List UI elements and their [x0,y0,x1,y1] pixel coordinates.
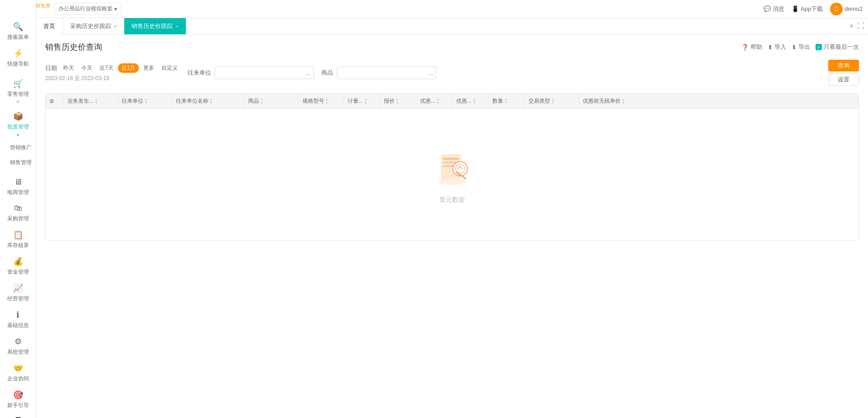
col-quote[interactable]: 报价 ▲▼ [380,94,416,109]
inventory-icon: 📋 [13,230,23,240]
partner-input[interactable] [218,70,306,76]
export-btn[interactable]: ⬇ 导出 [792,43,810,51]
settings-icon[interactable]: ⚙ [49,98,54,104]
date-btn-more[interactable]: 更多 [141,63,157,73]
message-icon: 💬 [764,5,771,12]
sort-qty[interactable]: ▲▼ [504,98,508,105]
sidebar-item-purchase[interactable]: 🛍 采购管理 [0,200,36,226]
partner-dots-btn[interactable]: ... [306,69,311,76]
col-spec[interactable]: 规格型号 ▲▼ [299,94,344,109]
col-goods[interactable]: 商品 ▲▼ [245,94,299,109]
system-icon: ⚙ [14,337,22,347]
message-btn[interactable]: 💬 消息 [764,5,784,13]
sidebar-item-inventory[interactable]: 📋 库存核算 [0,226,36,253]
date-btn-yesterday[interactable]: 昨天 [61,63,77,73]
chevron-down-icon: ▾ [17,99,19,104]
col-pretax-price[interactable]: 优惠前无税单价 ▲▼ [579,94,859,109]
import-icon: ⬆ [768,44,773,51]
partner-input-wrapper[interactable]: ... [215,66,314,79]
date-filter-group: 日期 昨天 今天 近7天 近1月 更多 自定义 [45,63,180,73]
sort-spec[interactable]: ▲▼ [325,98,329,105]
guide-icon: 🎯 [13,390,23,400]
empty-text: 暂元数据 [439,196,465,204]
tab-sales-history[interactable]: 销售历史价跟踪 × [124,18,186,34]
goods-filter-group: 商品 ... [321,66,436,79]
window-close-btn[interactable]: × [849,22,854,30]
query-btn[interactable]: 查询 [828,60,859,71]
sort-discount1[interactable]: ▲▼ [436,98,440,105]
partner-filter-group: 往来单位 ... [188,66,314,79]
sidebar-item-search-menu[interactable]: 🔍 搜索菜单 [0,18,36,45]
goods-label: 商品 [321,69,333,77]
date-btn-custom[interactable]: 自定义 [159,63,180,73]
sidebar-item-enterprise-collab[interactable]: 🤝 企业协同 [0,360,36,386]
col-settings[interactable]: ⚙ [46,94,64,109]
retail-icon: 🛒 [13,79,23,89]
page-title: 销售历史价查询 [45,42,102,52]
date-btn-1month[interactable]: 近1月 [118,63,139,73]
sort-pretax-price[interactable]: ▲▼ [622,98,625,105]
date-btn-7days[interactable]: 近7天 [97,63,116,73]
col-unit[interactable]: 计量... ▲▼ [344,94,380,109]
tab-purchase-history[interactable]: 采购历史价跟踪 × [63,18,124,34]
date-filter: 日期 昨天 今天 近7天 近1月 更多 自定义 2023-02-18 至 202… [45,63,180,82]
col-partner-code[interactable]: 往来单位 ▲▼ [118,94,172,109]
table-container: ⚙ 业务发生... ▲▼ 往来单位 ▲▼ 往来单位名称 ▲▼ 商品 ▲▼ [45,93,859,241]
sidebar-item-quick-nav[interactable]: ⚡ 快捷导航 [0,45,36,71]
sidebar-item-wholesale-mgmt[interactable]: 📦 批发管理 ▴ [0,108,36,140]
user-area[interactable]: D demo2 [830,3,863,15]
sort-partner-code[interactable]: ▲▼ [144,98,148,105]
sort-goods[interactable]: ▲▼ [260,98,264,105]
sort-trade-type[interactable]: ▲▼ [551,98,555,105]
sidebar-item-operations[interactable]: 📈 经营管理 [0,280,36,306]
settings-btn[interactable]: 设置 [828,73,859,86]
sidebar-item-marketing[interactable]: 营销推广 [0,140,36,155]
sidebar-item-retail-mgmt[interactable]: 🛒 零售管理 ▾ [0,75,36,108]
window-maximize-btn[interactable]: ⛶ [857,22,864,30]
col-trade-type[interactable]: 交易类型 ▲▼ [525,94,579,109]
sort-quote[interactable]: ▲▼ [396,98,399,105]
goods-input[interactable] [340,70,428,76]
app-download-btn[interactable]: 📱 App下载 [792,5,823,13]
purchase-icon: 🛍 [14,204,22,213]
goods-dots-btn[interactable]: ... [428,69,434,76]
sidebar-item-app-center[interactable]: 📱 应用中心 [0,413,36,418]
col-qty[interactable]: 数量 ▲▼ [489,94,525,109]
export-icon: ⬇ [792,44,797,51]
empty-illustration [429,145,475,190]
goods-input-wrapper[interactable]: ... [337,66,436,79]
sort-unit[interactable]: ▲▼ [364,98,368,105]
sidebar-item-sales-mgmt[interactable]: 销售管理 [0,155,36,170]
table-header: ⚙ 业务发生... ▲▼ 往来单位 ▲▼ 往来单位名称 ▲▼ 商品 ▲▼ [46,94,859,109]
col-discount2[interactable]: 优惠... ▲▼ [453,94,489,109]
col-biz-date[interactable]: 业务发生... ▲▼ [64,94,118,109]
sort-discount2[interactable]: ▲▼ [472,98,476,105]
close-tab1-icon[interactable]: × [114,24,117,29]
date-label: 日期 [45,64,57,72]
import-btn[interactable]: ⬆ 导入 [768,43,786,51]
close-tab2-icon[interactable]: × [175,24,178,29]
top-header: 畅 畅捷通好生意 标准版 办公用品行业模拟账套 ▾ 💬 消息 📱 App下载 D… [0,0,868,18]
sidebar-item-ecommerce[interactable]: 🖥 电商管理 [0,174,36,200]
sidebar-item-basic-info[interactable]: ℹ 基础信息 [0,306,36,333]
date-buttons: 昨天 今天 近7天 近1月 更多 自定义 [61,63,180,73]
help-icon: ❓ [741,44,749,51]
ecommerce-icon: 🖥 [14,177,22,187]
only-last-checkbox[interactable]: ✓ [816,44,822,50]
company-selector[interactable]: 办公用品行业模拟账套 ▾ [54,3,121,15]
help-btn[interactable]: ❓ 帮助 [741,43,762,51]
date-btn-today[interactable]: 今天 [79,63,95,73]
finance-icon: 💰 [13,256,23,266]
sort-partner-name[interactable]: ▲▼ [209,98,213,105]
sidebar-item-guide[interactable]: 🎯 新手引导 [0,386,36,413]
sidebar-item-finance[interactable]: 💰 资金管理 [0,253,36,280]
sidebar: 🔍 搜索菜单 ⚡ 快捷导航 🛒 零售管理 ▾ 📦 批发管理 ▴ 营销推广 销售管… [0,0,36,418]
header-right: 💬 消息 📱 App下载 D demo2 [764,3,863,15]
sidebar-item-system[interactable]: ⚙ 系统管理 [0,333,36,360]
sort-biz-date[interactable]: ▲▼ [94,98,98,105]
tab-home[interactable]: 首页 [36,18,63,34]
filter-area: 日期 昨天 今天 近7天 近1月 更多 自定义 2023-02-18 至 202… [45,60,859,86]
col-discount1[interactable]: 优惠... ▲▼ [416,94,453,109]
col-partner-name[interactable]: 往来单位名称 ▲▼ [172,94,245,109]
only-last-checkbox-label[interactable]: ✓ 只看最后一次 [816,43,859,51]
